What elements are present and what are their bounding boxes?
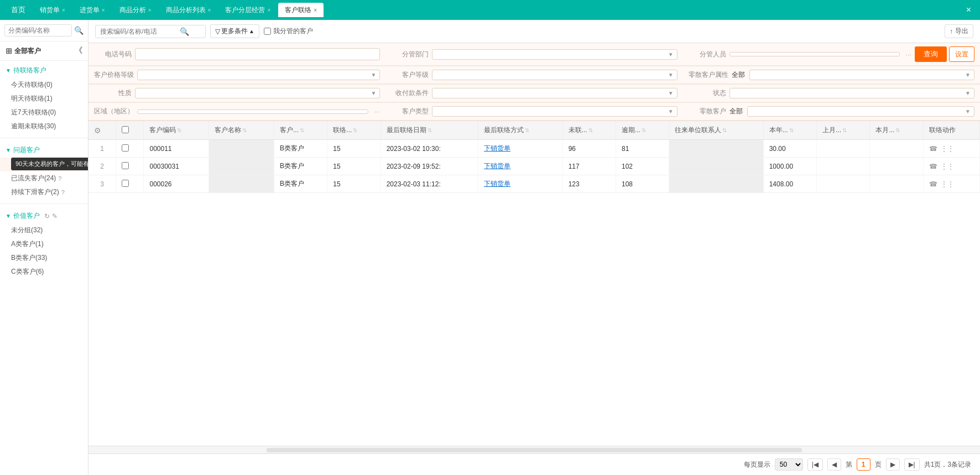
close-tab-customer-contact[interactable]: × [314, 7, 317, 13]
row-checkbox-input-0[interactable] [122, 144, 129, 152]
sort-code-icon: ⇅ [177, 127, 181, 133]
nav-tab-customer-segment[interactable]: 客户分层经营 × [218, 3, 277, 17]
search-input[interactable] [100, 28, 178, 35]
close-tab-analysis[interactable]: × [148, 7, 152, 13]
sidebar-item-tomorrow-contact[interactable]: 明天待联络(1) [0, 92, 88, 106]
sidebar-item-class-c[interactable]: C类客户(6) [0, 265, 88, 279]
per-page-select[interactable]: 50 100 [775, 458, 803, 471]
row-code-1: 00030031 [144, 158, 208, 175]
scrollbar-track[interactable] [267, 448, 801, 452]
row-method-link-0[interactable]: 下销货单 [484, 144, 510, 152]
sidebar-collapse-button[interactable]: 《 [75, 46, 82, 56]
filter-retail-customer-select[interactable]: ▼ [747, 106, 974, 117]
col-last-contact-date[interactable]: 最后联络日期⇅ [380, 121, 478, 140]
sidebar-item-class-b[interactable]: B类客户(33) [0, 251, 88, 265]
filter-phone-input[interactable] [135, 48, 380, 60]
last-page-button[interactable]: ▶| [904, 458, 920, 471]
filter-manager-dots[interactable]: ··· [905, 50, 911, 59]
sidebar-search-input[interactable] [4, 24, 72, 36]
row-checkbox-input-1[interactable] [122, 162, 129, 169]
settings-button[interactable]: 设置 [949, 46, 974, 62]
settings-gear-icon[interactable]: ⚙ [94, 126, 101, 135]
select-all-checkbox[interactable] [122, 126, 129, 133]
horizontal-scrollbar[interactable] [88, 446, 980, 453]
sidebar: 🔍 ⊞ 全部客户 《 ▼ 待联络客户 今天待联络(0) 明天待联络(1) 近7天… [0, 20, 88, 475]
value-refresh-icon[interactable]: ↻ [44, 212, 50, 220]
sidebar-item-declining[interactable]: 持续下滑客户(2) ? [0, 185, 88, 199]
action-more-icon-2[interactable]: ⋮⋮ [941, 180, 954, 188]
sidebar-search-icon[interactable]: 🔍 [74, 26, 84, 35]
action-phone-icon-0[interactable]: ☎ [929, 145, 937, 153]
export-button[interactable]: ↑ 导出 [945, 24, 973, 38]
filter-region-select[interactable] [137, 109, 368, 114]
col-type[interactable]: 客户...⇅ [274, 121, 327, 140]
filter-status-select[interactable]: ▼ [729, 88, 974, 98]
row-unit-contact-0 [669, 140, 763, 158]
close-tab-customer-segment[interactable]: × [267, 7, 270, 13]
col-this-month[interactable]: 本月...⇅ [870, 121, 923, 140]
row-num-0: 1 [88, 140, 116, 158]
filter-region-dots[interactable]: ··· [374, 107, 380, 116]
col-last-month[interactable]: 上月...⇅ [817, 121, 870, 140]
row-this-year-1: 1000.00 [763, 158, 816, 175]
close-tab-analysis-list[interactable]: × [208, 7, 211, 13]
filter-dept-select[interactable]: ▼ [432, 49, 677, 60]
nav-tab-analysis-list[interactable]: 商品分析列表 × [159, 3, 218, 17]
nav-tab-analysis[interactable]: 商品分析 × [113, 3, 158, 17]
action-phone-icon-2[interactable]: ☎ [929, 180, 937, 188]
sidebar-all-customers-header: ⊞ 全部客户 《 [0, 41, 88, 61]
sidebar-item-already-lost[interactable]: 已流失客户(24) ? [0, 171, 88, 185]
value-edit-icon[interactable]: ✎ [52, 212, 58, 220]
col-overdue[interactable]: 逾期...⇅ [616, 121, 669, 140]
action-phone-icon-1[interactable]: ☎ [929, 163, 937, 170]
col-settings[interactable]: ⚙ [88, 121, 116, 140]
value-arrow-icon: ▼ [6, 213, 11, 219]
action-more-icon-1[interactable]: ⋮⋮ [941, 163, 954, 170]
sidebar-pending-title[interactable]: ▼ 待联络客户 [0, 63, 88, 78]
col-uncontacted[interactable]: 未联...⇅ [562, 121, 616, 140]
col-contact[interactable]: 联络...⇅ [327, 121, 380, 140]
filter-retail-attr-select[interactable]: ▼ [749, 70, 974, 80]
row-name-2 [208, 175, 274, 193]
close-tab-purchase[interactable]: × [102, 7, 105, 13]
more-conditions-button[interactable]: ▽ 更多条件 ▲ [210, 24, 259, 38]
row-method-link-2[interactable]: 下销货单 [484, 180, 510, 187]
sidebar-item-class-a[interactable]: A类客户(1) [0, 237, 88, 251]
sidebar-item-ungrouped[interactable]: 未分组(32) [0, 223, 88, 237]
nav-tab-sales[interactable]: 销货单 × [33, 3, 72, 17]
col-unit-contact[interactable]: 往来单位联系人⇅ [669, 121, 763, 140]
sidebar-item-overdue-contact[interactable]: 逾期未联络(30) [0, 119, 88, 133]
col-this-year[interactable]: 本年...⇅ [763, 121, 816, 140]
nav-tab-home[interactable]: 首页 [4, 5, 32, 15]
col-code[interactable]: 客户编码⇅ [144, 121, 208, 140]
sidebar-item-week-contact[interactable]: 近7天待联络(0) [0, 106, 88, 119]
lost-tooltip: 90天未交易的客户，可能有流失风险。 [11, 158, 88, 170]
close-all-tabs[interactable]: × [962, 5, 976, 15]
total-records-label: 共1页，3条记录 [924, 460, 971, 469]
filter-manager-select[interactable] [729, 52, 900, 56]
filter-price-tier-select[interactable]: ▼ [137, 70, 380, 80]
sidebar-value-title[interactable]: ▼ 价值客户 ↻ ✎ [0, 208, 88, 223]
filter-nature-select[interactable]: ▼ [135, 88, 380, 98]
row-checkbox-input-2[interactable] [122, 180, 129, 187]
row-contact-2: 15 [327, 175, 380, 193]
sidebar-lost-title[interactable]: ▼ 问题客户 [0, 143, 88, 158]
prev-page-button[interactable]: ◀ [827, 458, 841, 471]
filter-payment-select[interactable]: ▼ [432, 88, 677, 98]
filter-customer-tier-select[interactable]: ▼ [432, 70, 677, 80]
nav-tab-customer-contact[interactable]: 客户联络 × [278, 3, 324, 17]
first-page-button[interactable]: |◀ [807, 458, 823, 471]
my-customers-checkbox-label[interactable]: 我分管的客户 [264, 27, 313, 36]
my-customers-checkbox[interactable] [264, 28, 271, 35]
filter-customer-type-select[interactable]: ▼ [432, 106, 677, 117]
col-last-contact-method[interactable]: 最后联络方式⇅ [478, 121, 563, 140]
col-name[interactable]: 客户名称⇅ [208, 121, 274, 140]
row-method-link-1[interactable]: 下销货单 [484, 162, 510, 170]
query-button[interactable]: 查询 [915, 46, 947, 62]
sidebar-item-today-contact[interactable]: 今天待联络(0) [0, 78, 88, 92]
nav-tab-purchase[interactable]: 进货单 × [73, 3, 112, 17]
close-tab-sales[interactable]: × [62, 7, 65, 13]
action-more-icon-0[interactable]: ⋮⋮ [941, 145, 954, 153]
search-button[interactable]: 🔍 [180, 27, 189, 36]
next-page-button[interactable]: ▶ [886, 458, 900, 471]
